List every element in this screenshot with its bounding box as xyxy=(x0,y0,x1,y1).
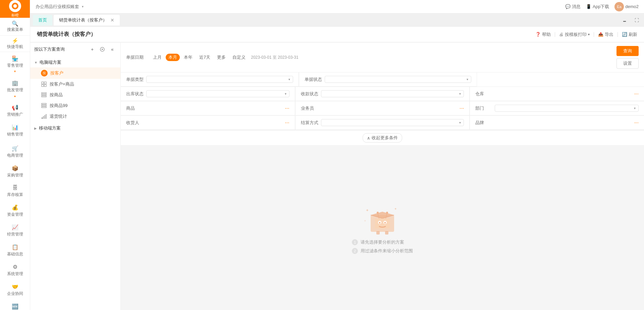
scheme-item-by-product[interactable]: 按商品 xyxy=(30,90,120,100)
tab-bar: 首页 销货单统计表（按客户） ✕ 🗕 ⛶ xyxy=(30,13,644,27)
settings-button[interactable]: 设置 xyxy=(616,58,639,69)
scheme-add-button[interactable]: + xyxy=(88,45,96,53)
doc-status-select[interactable]: ▾ xyxy=(325,76,472,83)
product-dots[interactable]: ··· xyxy=(285,105,289,111)
outbound-select[interactable]: ▾ xyxy=(146,90,289,97)
payment-label: 收款状态 xyxy=(301,91,318,97)
refresh-button[interactable]: 🔄 刷新 xyxy=(622,32,637,38)
newuser-icon: 🆕 xyxy=(12,303,18,310)
payment-select[interactable]: ▾ xyxy=(321,90,464,97)
wholesale-icon: 🏢 xyxy=(12,80,18,86)
print-button[interactable]: 🖨 按模板打印 ▾ xyxy=(559,32,590,38)
svg-rect-7 xyxy=(44,85,46,87)
brand-label: 品牌 xyxy=(475,120,492,126)
scheme-icon-by-product-99 xyxy=(41,103,47,109)
inventory-icon: 🗄 xyxy=(12,185,18,191)
date-filter-row: 单据日期 上月 本月 本年 近7天 更多 自定义 2023-03-01 至 20… xyxy=(121,43,644,72)
purchase-icon: 📦 xyxy=(12,165,18,171)
industry-title: 办公用品行业模拟账套 xyxy=(36,4,79,10)
tab-maximize-button[interactable]: ⛶ xyxy=(632,15,641,25)
scheme-item-by-product-99[interactable]: 按商品99 xyxy=(30,100,120,111)
doc-type-select[interactable]: ▾ xyxy=(146,76,293,83)
tab-close-icon[interactable]: ✕ xyxy=(110,17,114,23)
sidebar-item-ecommerce[interactable]: 🛒 电商管理 xyxy=(0,142,30,162)
scheme-header: 按以下方案查询 + « xyxy=(30,43,120,56)
date-range-display: 2023-03-01 至 2023-03-31 xyxy=(251,55,298,60)
scheme-edit-button[interactable] xyxy=(98,45,106,53)
action-divider-3 xyxy=(618,32,618,37)
tab-minimize-button[interactable]: 🗕 xyxy=(620,15,629,25)
empty-hint-1: 1 请先选择要分析的方案 xyxy=(352,239,413,245)
app-download-item[interactable]: 📱 App下载 xyxy=(586,4,609,10)
header-left: 办公用品行业模拟账套 ▾ xyxy=(36,4,84,10)
sidebar-item-marketing[interactable]: 📢 营销推广 xyxy=(0,101,30,121)
svg-point-25 xyxy=(379,222,380,223)
sidebar-item-basics[interactable]: 📋 基础信息 xyxy=(0,241,30,260)
message-item[interactable]: 💬 消息 xyxy=(565,4,581,10)
collapse-icon: ∧ xyxy=(367,136,370,141)
tab-home-label: 首页 xyxy=(38,17,47,23)
app-icon: 📱 xyxy=(586,4,591,9)
sidebar-item-enterprise[interactable]: 🤝 企业协同 xyxy=(0,280,30,300)
date-tab-last-7[interactable]: 近7天 xyxy=(197,54,213,61)
date-tab-this-year[interactable]: 本年 xyxy=(181,54,195,61)
svg-rect-13 xyxy=(42,107,46,108)
sidebar-item-system[interactable]: ⚙ 系统管理 xyxy=(0,260,30,280)
filter-cell-product: 商品 ··· xyxy=(121,101,295,115)
sidebar-item-purchase[interactable]: 📦 采购管理 xyxy=(0,162,30,182)
receiver-dots[interactable]: ··· xyxy=(285,120,289,126)
collapse-button[interactable]: ∧ 收起更多条件 xyxy=(363,133,402,143)
tab-home[interactable]: 首页 xyxy=(33,15,52,25)
sidebar-search-menu[interactable]: 🔍 搜索菜单 xyxy=(0,18,30,36)
sidebar-quick-nav[interactable]: ⚡ 快捷导航 xyxy=(0,36,30,52)
system-label: 系统管理 xyxy=(7,271,23,277)
query-button[interactable]: 查询 xyxy=(616,46,639,56)
app-download-label: App下载 xyxy=(593,4,609,10)
scheme-item-customer-product[interactable]: 按客户+商品 xyxy=(30,79,120,90)
scheme-group-mobile-header[interactable]: ▶ 移动端方案 xyxy=(30,123,120,133)
sidebar: 标橙 🔍 搜索菜单 ⚡ 快捷导航 🏪 零售管理 ▾ 🏢 批发管理 ▴ 📢 营销推… xyxy=(0,0,30,310)
scheme-item-by-customer[interactable]: 按 按客户 xyxy=(30,67,120,79)
top-header: 办公用品行业模拟账套 ▾ 💬 消息 📱 App下载 Ea demo2 xyxy=(30,0,644,13)
svg-rect-9 xyxy=(42,94,46,95)
filter-cell-warehouse: 仓库 ··· xyxy=(470,87,644,101)
help-label: 帮助 xyxy=(542,32,551,38)
settlement-label: 结算方式 xyxy=(301,120,318,126)
settlement-select[interactable]: ▾ xyxy=(321,119,464,126)
hint-num-2: 2 xyxy=(352,248,358,254)
sidebar-item-wholesale[interactable]: 🏢 批发管理 ▴ xyxy=(0,76,30,101)
marketing-icon: 📢 xyxy=(12,104,18,111)
scheme-item-return-stats[interactable]: 退货统计 xyxy=(30,111,120,122)
sidebar-item-newuser[interactable]: 🆕 新手引导 xyxy=(0,300,30,310)
sidebar-item-retail[interactable]: 🏪 零售管理 ▾ xyxy=(0,52,30,76)
tab-sales-stats[interactable]: 销货单统计表（按客户） ✕ xyxy=(54,15,120,25)
scheme-group-arrow: ▼ xyxy=(34,61,38,64)
sidebar-item-operations[interactable]: 📈 经营管理 xyxy=(0,221,30,241)
refresh-label: 刷新 xyxy=(629,32,637,38)
date-tab-last-month[interactable]: 上月 xyxy=(150,54,164,61)
user-name: demo2 xyxy=(625,4,639,9)
retail-label: 零售管理 xyxy=(7,63,23,68)
svg-rect-16 xyxy=(44,115,45,119)
help-button[interactable]: ❓ 帮助 xyxy=(535,32,551,38)
scheme-group-desktop-header[interactable]: ▼ 电脑端方案 xyxy=(30,57,120,67)
export-button[interactable]: 📤 导出 xyxy=(598,32,613,38)
sidebar-item-inventory[interactable]: 🗄 库存核算 xyxy=(0,182,30,201)
scheme-item-customer-product-label: 按客户+商品 xyxy=(50,81,74,87)
date-tab-custom[interactable]: 自定义 xyxy=(230,54,248,61)
warehouse-dots[interactable]: ··· xyxy=(634,91,639,97)
action-divider-1 xyxy=(555,32,555,37)
export-label: 导出 xyxy=(605,32,613,38)
salesperson-dots[interactable]: ··· xyxy=(460,105,464,111)
sales-icon: 📊 xyxy=(12,124,18,131)
user-menu[interactable]: Ea demo2 xyxy=(614,2,639,11)
industry-dropdown-icon[interactable]: ▾ xyxy=(82,5,84,8)
department-select[interactable]: ▾ xyxy=(495,105,639,112)
sidebar-item-sales[interactable]: 📊 销售管理 xyxy=(0,121,30,141)
date-tab-more[interactable]: 更多 xyxy=(214,54,228,61)
scheme-collapse-button[interactable]: « xyxy=(108,45,116,53)
sidebar-item-finance[interactable]: 💰 资金管理 xyxy=(0,201,30,221)
basics-label: 基础信息 xyxy=(7,251,23,257)
date-tab-this-month[interactable]: 本月 xyxy=(166,54,180,61)
brand-dots[interactable]: ··· xyxy=(634,120,639,126)
